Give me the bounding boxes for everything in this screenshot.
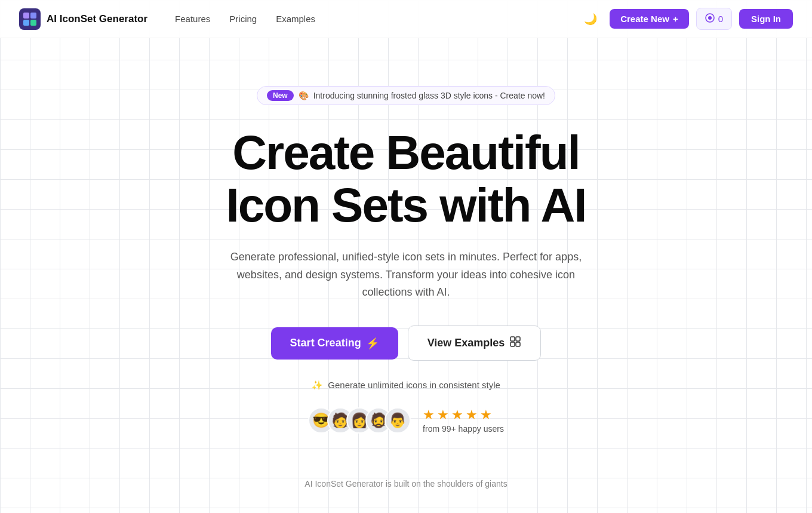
logo-title: AI IconSet Generator xyxy=(47,13,147,25)
svg-rect-9 xyxy=(510,342,515,346)
nav-examples[interactable]: Examples xyxy=(267,10,324,27)
svg-point-6 xyxy=(708,16,712,20)
footer-teaser-text: AI IconSet Generator is built on the sho… xyxy=(304,479,507,489)
avatar-group: 😎 🧑 👩 🧔 👨 xyxy=(308,407,411,434)
moon-icon: 🌙 xyxy=(584,13,597,26)
plus-icon: + xyxy=(673,14,678,24)
sparkle-label: Generate unlimited icons in consistent s… xyxy=(328,380,500,390)
avatar-5: 👨 xyxy=(385,407,411,434)
footer-teaser: AI IconSet Generator is built on the sho… xyxy=(0,469,812,498)
svg-rect-10 xyxy=(516,342,520,346)
badge-emoji: 🎨 xyxy=(299,91,309,100)
headline-line1: Create Beautiful xyxy=(232,126,579,179)
star-rating: ★ ★ ★ ★ ★ xyxy=(423,407,504,423)
nav-links: Features Pricing Examples xyxy=(167,10,324,27)
star-5: ★ xyxy=(480,407,492,423)
svg-rect-4 xyxy=(30,20,36,26)
hero-headline: Create Beautiful Icon Sets with AI xyxy=(226,127,586,232)
hero-subheadline: Generate professional, unified-style ico… xyxy=(221,248,591,302)
star-3: ★ xyxy=(451,407,463,423)
start-creating-label: Start Creating xyxy=(290,337,361,349)
rating-text: from 99+ happy users xyxy=(423,424,504,434)
view-examples-button[interactable]: View Examples xyxy=(408,325,542,361)
svg-rect-7 xyxy=(510,337,515,341)
sparkle-feature-text: ✨ Generate unlimited icons in consistent… xyxy=(312,380,500,391)
nav-right: 🌙 Create New + 0 Sign In xyxy=(579,7,793,31)
credits-icon xyxy=(705,13,715,24)
svg-rect-2 xyxy=(30,13,36,19)
start-creating-button[interactable]: Start Creating ⚡ xyxy=(271,327,398,360)
gallery-icon xyxy=(509,336,521,351)
badge-new-label: New xyxy=(267,90,294,101)
badge-text: Introducing stunning frosted glass 3D st… xyxy=(313,91,545,100)
view-examples-label: View Examples xyxy=(427,337,505,349)
announcement-badge: New 🎨 Introducing stunning frosted glass… xyxy=(257,86,555,105)
social-proof: 😎 🧑 👩 🧔 👨 ★ ★ ★ ★ ★ from 99+ happy users xyxy=(308,407,504,434)
sparkle-emoji: ✨ xyxy=(312,380,323,390)
nav-pricing[interactable]: Pricing xyxy=(221,10,265,27)
theme-toggle-button[interactable]: 🌙 xyxy=(579,7,602,31)
nav-features[interactable]: Features xyxy=(167,10,219,27)
nav-left: AI IconSet Generator Features Pricing Ex… xyxy=(19,8,324,30)
star-1: ★ xyxy=(423,407,435,423)
signin-button[interactable]: Sign In xyxy=(739,9,793,29)
create-new-button[interactable]: Create New + xyxy=(610,9,688,29)
cta-group: Start Creating ⚡ View Examples xyxy=(271,325,542,361)
star-2: ★ xyxy=(437,407,449,423)
credits-button[interactable]: 0 xyxy=(696,8,732,30)
credits-count: 0 xyxy=(718,14,723,24)
star-4: ★ xyxy=(466,407,478,423)
headline-line2: Icon Sets with AI xyxy=(226,179,586,232)
svg-rect-8 xyxy=(516,337,520,341)
logo[interactable]: AI IconSet Generator xyxy=(19,8,147,30)
navbar: AI IconSet Generator Features Pricing Ex… xyxy=(0,0,812,38)
lightning-icon: ⚡ xyxy=(366,337,379,350)
svg-rect-1 xyxy=(23,13,29,19)
hero-section: New 🎨 Introducing stunning frosted glass… xyxy=(0,38,812,469)
rating-block: ★ ★ ★ ★ ★ from 99+ happy users xyxy=(423,407,504,434)
svg-rect-3 xyxy=(23,20,29,26)
create-new-label: Create New xyxy=(620,14,669,24)
logo-icon xyxy=(19,8,41,30)
